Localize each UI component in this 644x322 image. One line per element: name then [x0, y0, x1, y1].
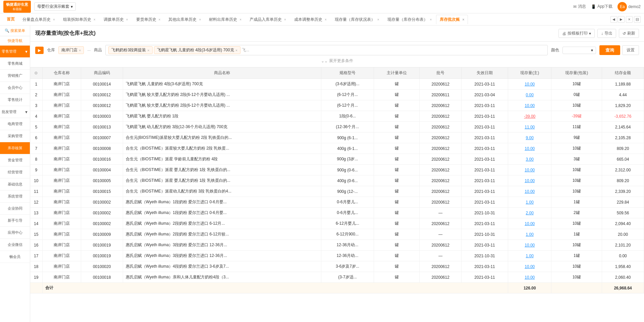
- sidebar-item-enterprise[interactable]: 企业协同: [0, 203, 30, 215]
- close-icon[interactable]: ×: [462, 18, 464, 21]
- stock-main-link[interactable]: 9.00: [526, 136, 534, 140]
- stock-main-link[interactable]: 10.00: [525, 82, 535, 87]
- sidebar-search[interactable]: 🔍 搜索菜单: [0, 25, 30, 36]
- stock-main-link[interactable]: 10.00: [525, 178, 535, 183]
- tab-material-outbound[interactable]: 材料出库单历史 ×: [205, 15, 245, 24]
- stock-main-link[interactable]: 2.00: [526, 211, 534, 215]
- sidebar-item-purchase[interactable]: 采购管理: [0, 130, 30, 142]
- stock-main-link[interactable]: 11.00: [525, 125, 535, 129]
- tab-close-all-btn[interactable]: ×: [626, 16, 633, 23]
- close-icon[interactable]: ×: [239, 18, 241, 21]
- row-stock-main[interactable]: 10.00: [508, 272, 551, 283]
- stock-main-link[interactable]: 1.00: [526, 254, 534, 258]
- stock-main-link[interactable]: 10.00: [525, 221, 535, 226]
- close-icon[interactable]: ×: [377, 18, 379, 21]
- stock-main-link[interactable]: 10.00: [525, 146, 535, 151]
- row-stock-main[interactable]: -39.00: [508, 111, 551, 122]
- account-selector[interactable]: 母婴行业演示账套 ▾: [34, 2, 76, 11]
- tab-stock-status[interactable]: 现存量（库存状况表） ×: [331, 15, 383, 24]
- sidebar-shortcut[interactable]: 快捷导航: [0, 36, 30, 46]
- sidebar-item-app-center[interactable]: 应用中心: [0, 227, 30, 239]
- row-stock-main[interactable]: 10.00: [508, 240, 551, 251]
- product-filter-field[interactable]: 飞鹤奶粉3段两提装 × 飞鹤星飞帆 儿童奶粉 4段(3-6岁适用) 700克 ×…: [105, 45, 548, 55]
- settings-btn[interactable]: 设置: [622, 45, 639, 55]
- row-stock-main[interactable]: 9.00: [508, 132, 551, 143]
- sidebar-item-operations[interactable]: 经营管理: [0, 166, 30, 178]
- app-download-btn[interactable]: 📱 App下载: [591, 4, 612, 9]
- row-stock-main[interactable]: 1.00: [508, 251, 551, 261]
- user-profile[interactable]: Ea demo2: [618, 2, 641, 11]
- sidebar-item-wechat[interactable]: 企业微信: [0, 239, 30, 251]
- sidebar-item-members[interactable]: 会员中心: [0, 82, 30, 94]
- tab-finished-inbound[interactable]: 产成品入库单历史 ×: [246, 15, 290, 24]
- stock-main-link[interactable]: -39.00: [524, 114, 535, 119]
- sidebar-item-vip[interactable]: 畅会员: [0, 251, 30, 263]
- sidebar-item-retail-mall[interactable]: 零售商城: [0, 58, 30, 70]
- tab-transfer[interactable]: 调拨单历史 ×: [100, 15, 132, 24]
- sidebar-item-inventory[interactable]: 库存核算: [0, 142, 30, 154]
- tab-cost-adjust[interactable]: 成本调整单历史 ×: [290, 15, 330, 24]
- stock-main-link[interactable]: 10.00: [525, 168, 535, 172]
- stock-main-link[interactable]: 3.00: [526, 157, 534, 162]
- stock-main-link[interactable]: 10.00: [525, 189, 535, 194]
- row-stock-main[interactable]: 0.00: [508, 90, 551, 100]
- sidebar-item-retail-stats[interactable]: 零售统计: [0, 94, 30, 106]
- row-stock-main[interactable]: 10.00: [508, 143, 551, 154]
- sidebar-item-basics[interactable]: 基础信息: [0, 178, 30, 191]
- export-btn[interactable]: ↓ 导出: [597, 29, 616, 38]
- row-stock-main[interactable]: 10.00: [508, 165, 551, 175]
- stock-main-link[interactable]: 0.00: [526, 93, 534, 97]
- tab-other-outbound[interactable]: 其他出库单历史 ×: [165, 15, 205, 24]
- row-stock-main[interactable]: 10.00: [508, 100, 551, 111]
- close-icon[interactable]: ×: [199, 18, 201, 21]
- warehouse-tag-close[interactable]: ×: [79, 48, 81, 52]
- row-stock-main[interactable]: 10.00: [508, 79, 551, 90]
- row-stock-main[interactable]: 3.00: [508, 154, 551, 165]
- gear-icon[interactable]: ⚙: [34, 71, 38, 75]
- sidebar-item-system[interactable]: 系统管理: [0, 191, 30, 203]
- close-icon[interactable]: ×: [284, 18, 286, 21]
- product-tag-1-close[interactable]: ×: [147, 48, 149, 52]
- row-stock-main[interactable]: 11.00: [508, 122, 551, 132]
- close-icon[interactable]: ×: [126, 18, 128, 21]
- close-icon[interactable]: ×: [159, 18, 161, 21]
- sidebar-item-wholesale[interactable]: 批发管理 ▼: [0, 106, 30, 118]
- warehouse-more-btn[interactable]: ···: [87, 48, 91, 53]
- stock-main-link[interactable]: 10.00: [525, 275, 535, 280]
- stock-main-link[interactable]: 10.00: [525, 243, 535, 248]
- tab-batch-stock[interactable]: 库存批次账 ×: [436, 15, 468, 24]
- sidebar-item-finance[interactable]: 资金管理: [0, 154, 30, 166]
- close-icon[interactable]: ×: [53, 18, 55, 21]
- tab-next-btn[interactable]: ▶: [618, 16, 625, 23]
- refresh-btn[interactable]: ↺ 刷新: [619, 29, 639, 38]
- message-btn[interactable]: ✉ 消息: [573, 4, 586, 9]
- tab-stock-distribution[interactable]: 现存量（库存分布表） ×: [384, 15, 436, 24]
- row-stock-main[interactable]: 1.00: [508, 197, 551, 208]
- stock-main-link[interactable]: 10.00: [525, 264, 535, 269]
- color-filter-field[interactable]: ▾: [562, 47, 596, 54]
- close-icon[interactable]: ×: [430, 18, 432, 21]
- sidebar-item-ecommerce[interactable]: 电商管理: [0, 118, 30, 130]
- filter-expand-left-btn[interactable]: ▶: [35, 47, 44, 54]
- template-print-btn[interactable]: 🖨 按模板打印 ▾: [558, 29, 595, 38]
- row-stock-main[interactable]: 1.00: [508, 229, 551, 240]
- tab-disassembly[interactable]: 组装拆卸单历史 ×: [59, 15, 99, 24]
- row-stock-main[interactable]: 10.00: [508, 186, 551, 197]
- tab-prev-btn[interactable]: ◀: [610, 16, 617, 23]
- stock-main-link[interactable]: 1.00: [526, 232, 534, 237]
- sidebar-item-guide[interactable]: 新手引导: [0, 215, 30, 227]
- sidebar-item-retail[interactable]: 零售管理 ▼: [0, 46, 30, 58]
- close-icon[interactable]: ×: [325, 18, 327, 21]
- product-tag-2-close[interactable]: ×: [235, 48, 237, 52]
- query-btn[interactable]: 查询: [599, 45, 620, 55]
- close-icon[interactable]: ×: [94, 18, 96, 21]
- row-stock-main[interactable]: 10.00: [508, 175, 551, 186]
- tab-home[interactable]: 首页: [3, 15, 18, 24]
- tab-inventory-history[interactable]: 分量盘点单历史 ×: [19, 15, 59, 24]
- row-stock-main[interactable]: 2.00: [508, 208, 551, 218]
- stock-main-link[interactable]: 1.00: [526, 200, 534, 205]
- tab-menu-btn[interactable]: ⊟: [634, 16, 641, 23]
- tab-requisition[interactable]: 要货单历史 ×: [132, 15, 164, 24]
- row-stock-main[interactable]: 10.00: [508, 261, 551, 272]
- product-tag-more-btn[interactable]: 飞...: [242, 47, 249, 53]
